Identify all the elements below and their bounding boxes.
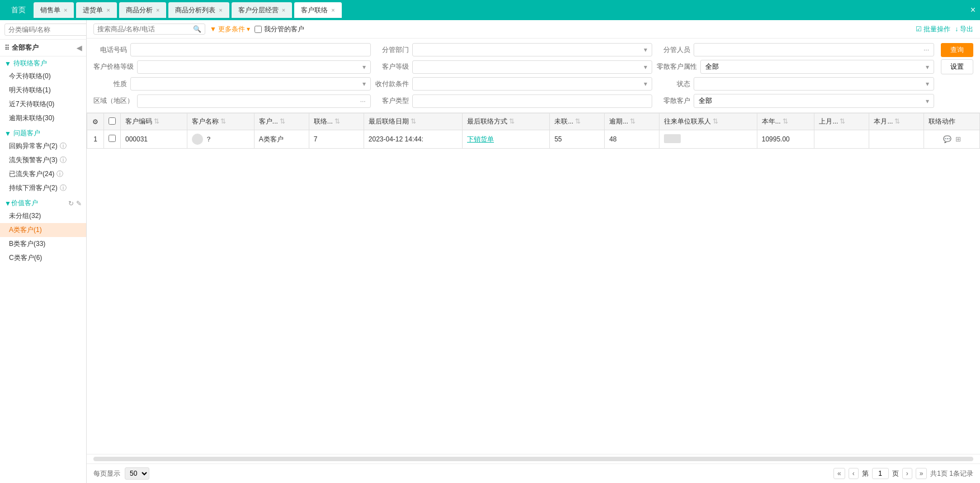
filter-payment-label: 收付款条件 [375,79,409,89]
sidebar-item-churned[interactable]: 已流失客户(24) ⓘ [0,167,86,181]
last-page-button[interactable]: » [916,468,927,479]
sort-code-icon: ⇅ [154,117,159,125]
nav-tab-sales[interactable]: 销售单 × [34,2,74,18]
problem-arrow-icon: ▼ [4,130,11,138]
sidebar-collapse-button[interactable]: ◀ [77,44,82,52]
sort-nocontact-icon: ⇅ [575,117,581,125]
nav-tab-analysis[interactable]: 商品分析 × [119,2,166,18]
sidebar-item-churn-warning[interactable]: 流失预警客户(3) ⓘ [0,153,86,167]
horizontal-scrollbar[interactable] [87,454,980,463]
sort-ctype-icon: ⇅ [280,117,285,125]
nav-tab-analysis-list-close[interactable]: × [219,7,222,13]
batch-ops-button[interactable]: ☑ 批量操作 [916,25,950,34]
search-submit-icon[interactable]: 🔍 [193,25,201,33]
col-last-contact-method[interactable]: 最后联络方式⇅ [463,113,550,130]
nav-tab-purchase-close[interactable]: × [106,7,110,13]
nav-tab-customer-contact-close[interactable]: × [331,7,334,13]
col-customer-type[interactable]: 客户...⇅ [254,113,309,130]
nav-tab-analysis-list[interactable]: 商品分析列表 × [168,2,229,18]
sidebar-item-unclassified[interactable]: 未分组(32) [0,209,86,223]
sidebar-item-class-c[interactable]: C类客户(6) [0,251,86,265]
sidebar-pending-title[interactable]: ▼ 待联络客户 [0,56,86,69]
row-checkbox[interactable] [109,135,116,142]
contact-method-link[interactable]: 下销货单 [467,135,494,143]
sidebar-section-pending: ▼ 待联络客户 今天待联络(0) 明天待联络(1) 近7天待联络(0) 逾期未联… [0,56,86,125]
filter-status-select[interactable]: ▾ [694,77,934,91]
filter-phone-label: 电话号码 [93,45,127,55]
filter-customer-type: 客户类型 [375,94,653,108]
col-code[interactable]: 客户编码⇅ [121,113,187,130]
first-page-button[interactable]: « [833,468,845,479]
col-last-contact-date[interactable]: 最后联络日期⇅ [364,113,462,130]
customer-name: ？ [205,135,212,144]
prev-page-button[interactable]: ‹ [849,468,859,479]
h-scrollbar-thumb[interactable] [93,457,973,461]
col-contact-count[interactable]: 联络...⇅ [309,113,364,130]
filter-payment-select[interactable]: ▾ [412,77,653,91]
select-all-checkbox[interactable] [109,117,116,125]
search-input[interactable] [97,25,193,33]
col-no-contact[interactable]: 未联...⇅ [550,113,605,130]
refresh-icon[interactable]: ↻ [68,200,74,207]
filter-retail-attr: 零散客户属性 全部 ▾ [657,60,934,74]
nav-tab-customer-contact-label: 客户联络 [301,6,328,15]
sidebar-item-repurchase-abnormal[interactable]: 回购异常客户(2) ⓘ [0,139,86,153]
settings-icon[interactable]: ✎ [76,200,82,207]
sidebar-value-title[interactable]: ▼ 价值客户 ↻ ✎ [0,196,86,209]
sidebar-search-input[interactable] [4,23,87,36]
filter-phone: 电话号码 [93,43,371,56]
filter-status: 状态 ▾ [657,77,934,91]
filter-dept-arrow: ▾ [644,46,647,54]
filter-customer-type-input[interactable] [412,94,653,108]
col-name[interactable]: 客户名称⇅ [187,113,254,130]
sidebar-problem-title[interactable]: ▼ 问题客户 [0,126,86,139]
filter-person-select[interactable]: ··· [694,43,934,56]
close-all-button[interactable]: × [970,5,976,15]
nav-tab-customer-contact[interactable]: 客户联络 × [294,2,341,18]
sidebar-item-overdue[interactable]: 逾期未联络(30) [0,111,86,125]
query-button[interactable]: 查询 [941,43,973,57]
nav-tab-purchase[interactable]: 进货单 × [76,2,116,18]
sidebar-item-class-a[interactable]: A类客户(1) [0,223,86,237]
sort-company-icon: ⇅ [713,117,718,125]
sort-method-icon: ⇅ [509,117,515,125]
action-chat-icon[interactable]: 💬 [943,135,951,143]
col-overdue[interactable]: 逾期...⇅ [605,113,659,130]
filter-region-select[interactable]: ··· [137,94,371,108]
settings-button[interactable]: 设置 [941,59,973,74]
filter-price-grade-select[interactable]: ▾ [137,60,371,74]
filter-dept-select[interactable]: ▾ [412,43,653,56]
col-this-month[interactable]: 本月...⇅ [869,113,924,130]
sidebar-item-7days[interactable]: 近7天待联络(0) [0,97,86,111]
sidebar-item-declining[interactable]: 持续下滑客户(2) ⓘ [0,181,86,195]
sidebar-all-customers-header[interactable]: ⠿ 全部客户 ◀ [0,40,86,56]
filter-retail-select[interactable]: 全部 ▾ [694,94,934,108]
per-page-select[interactable]: 50 [125,467,149,480]
my-customers-checkbox[interactable] [255,26,262,33]
filter-retail-attr-select[interactable]: 全部 ▾ [700,60,934,74]
filter-nature-select[interactable]: ▾ [130,77,371,91]
col-company-contact[interactable]: 往来单位联系人⇅ [659,113,757,130]
sidebar-item-class-b[interactable]: B类客户(33) [0,237,86,251]
filter-region: 区域（地区） ··· [93,94,371,108]
filter-customer-grade-select[interactable]: ▾ [412,60,653,74]
pending-arrow-icon: ▼ [4,60,11,68]
cell-checkbox[interactable] [104,130,121,149]
filter-customer-grade-label: 客户等级 [375,62,409,72]
nav-tab-analysis-close[interactable]: × [156,7,159,13]
col-last-month[interactable]: 上月...⇅ [814,113,869,130]
filter-phone-input[interactable] [130,43,371,56]
nav-tab-customer-segment[interactable]: 客户分层经营 × [232,2,292,18]
col-this-year[interactable]: 本年...⇅ [757,113,814,130]
page-input[interactable] [872,468,889,479]
col-gear[interactable]: ⚙ [87,113,104,130]
nav-tab-customer-segment-close[interactable]: × [282,7,285,13]
nav-tab-sales-close[interactable]: × [64,7,67,13]
action-more-icon[interactable]: ⊞ [955,135,961,143]
export-button[interactable]: ↓ 导出 [955,25,973,34]
next-page-button[interactable]: › [902,468,912,479]
nav-home[interactable]: 首页 [4,5,32,15]
sidebar-item-tomorrow[interactable]: 明天待联络(1) [0,83,86,97]
sidebar-item-today[interactable]: 今天待联络(0) [0,69,86,83]
filter-button[interactable]: ▼ 更多条件 ▾ [210,25,250,34]
